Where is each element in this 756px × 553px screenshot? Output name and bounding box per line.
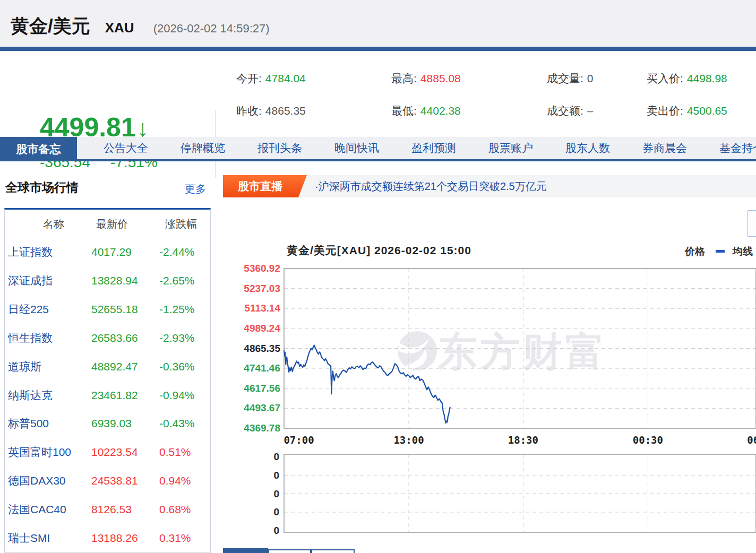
quote-field-value: 4498.98 <box>687 72 727 84</box>
nav-tab-1[interactable]: 股市备忘 <box>0 137 77 161</box>
market-cell: -2.93% <box>159 332 195 344</box>
sidebar-title: 全球市场行情 <box>5 179 79 196</box>
market-cell: 法国CAC40 <box>8 503 66 516</box>
volume-axis-label: 0 <box>254 469 279 482</box>
x-axis-label: 00:30 <box>626 434 669 446</box>
market-row[interactable]: 标普5006939.03-0.43% <box>5 417 210 431</box>
svg-text:东方财富: 东方财富 <box>437 330 608 374</box>
page: 黄金/美元 XAU (2026-02-02 14:59:27) 4499.81↓… <box>0 0 756 553</box>
chart-period-tab[interactable] <box>311 549 355 553</box>
market-row[interactable]: 深证成指13828.94-2.65% <box>5 274 210 288</box>
market-cell: 0.31% <box>159 532 191 545</box>
quote-field-value: 4885.08 <box>420 72 461 84</box>
market-cell: 深证成指 <box>8 274 53 287</box>
market-cell: 恒生指数 <box>8 332 53 344</box>
nav-tab-10[interactable]: 基金持仓 <box>716 137 756 159</box>
nav-tab-3[interactable]: 停牌概览 <box>177 137 228 159</box>
quote-field-value: 4500.65 <box>687 105 727 117</box>
quote-field-value: 4865.35 <box>265 105 306 117</box>
sidebar-more-link[interactable]: 更多 <box>185 182 206 196</box>
watermark: 东方财富 <box>398 330 608 374</box>
quote-field: 今开:4784.04 <box>236 71 306 86</box>
market-cell: 24538.81 <box>91 474 138 487</box>
side-widget-button[interactable] <box>747 210 756 237</box>
market-cell: 13188.26 <box>91 532 138 545</box>
market-cell: 瑞士SMI <box>8 532 50 545</box>
header-divider-bar <box>0 47 756 51</box>
volume-axis-label: 0 <box>254 451 279 463</box>
quote-timestamp: (2026-02-02 14:59:27) <box>153 22 270 36</box>
market-row[interactable]: 瑞士SMI13188.260.31% <box>5 532 210 546</box>
quote-field: 最低:4402.38 <box>391 103 461 118</box>
y-axis-label: 4865.35 <box>227 342 280 356</box>
quote-field-label: 今开: <box>236 72 262 84</box>
x-axis-label: 13:00 <box>388 434 430 446</box>
market-row[interactable]: 英国富时10010223.540.51% <box>5 446 210 460</box>
news-ticker[interactable]: ·沪深两市成交额连续第21个交易日突破2.5万亿元 <box>315 175 547 197</box>
market-row[interactable]: 法国CAC408126.530.68% <box>5 503 210 517</box>
market-cell: 26583.66 <box>91 332 138 344</box>
quote-field: 成交额:– <box>547 103 594 118</box>
chart-period-tab-active[interactable] <box>223 548 268 553</box>
market-cell: 8126.53 <box>91 503 132 516</box>
market-cell: -1.25% <box>159 303 195 316</box>
y-axis-label: 4741.46 <box>227 361 280 375</box>
nav-tab-6[interactable]: 盈利预测 <box>408 137 459 159</box>
market-cell: 德国DAX30 <box>8 474 66 487</box>
y-axis-label: 4617.56 <box>227 382 280 395</box>
volume-axis-label: 0 <box>254 488 279 500</box>
quote-section: 4499.81↓ -365.54-7.51% 今开:4784.04昨收:4865… <box>0 51 756 137</box>
x-axis-label: 18:30 <box>502 434 544 446</box>
y-axis-label: 4989.24 <box>227 322 280 335</box>
chart-period-tab[interactable] <box>268 549 311 553</box>
quote-field: 最高:4885.08 <box>391 71 461 86</box>
legend-price-dash-icon <box>716 250 725 253</box>
market-row[interactable]: 道琼斯48892.47-0.36% <box>5 360 210 374</box>
market-row[interactable]: 日经22552655.18-1.25% <box>5 303 210 317</box>
volume-axis-label: 0 <box>254 524 279 537</box>
quote-field-label: 成交量: <box>547 72 583 84</box>
market-row[interactable]: 恒生指数26583.66-2.93% <box>5 332 210 345</box>
nav-tab-4[interactable]: 报刊头条 <box>254 137 305 159</box>
market-cell: 英国富时100 <box>8 446 71 459</box>
nav-tab-9[interactable]: 券商晨会 <box>639 137 690 159</box>
nav-tab-5[interactable]: 晚间快讯 <box>331 137 382 159</box>
market-cell: 48892.47 <box>91 360 138 373</box>
nav-tab-7[interactable]: 股票账户 <box>485 137 536 159</box>
market-cell: 10223.54 <box>91 446 138 459</box>
global-markets-table: 名称最新价涨跌幅上证指数4017.29-2.44%深证成指13828.94-2.… <box>4 208 211 553</box>
market-cell: 0.51% <box>159 446 191 459</box>
market-cell: 0.68% <box>159 503 191 516</box>
quote-field: 卖出价:4500.65 <box>647 103 727 118</box>
market-cell: 6939.03 <box>91 417 132 430</box>
table-column-header: 涨跌幅 <box>160 217 202 231</box>
instrument-symbol: XAU <box>105 20 134 36</box>
market-cell: 23461.82 <box>91 389 138 402</box>
quote-field-value: 4402.38 <box>420 105 461 117</box>
market-row[interactable]: 上证指数4017.29-2.44% <box>5 246 210 260</box>
legend-ma-label: 均线 <box>733 245 753 258</box>
market-cell: -0.94% <box>159 389 195 402</box>
market-row[interactable]: 德国DAX3024538.810.94% <box>5 474 210 488</box>
y-axis-label: 5360.92 <box>227 262 280 275</box>
y-axis-label: 4369.78 <box>227 421 280 435</box>
quote-field-label: 昨收: <box>236 105 262 117</box>
market-row[interactable]: 纳斯达克23461.82-0.94% <box>5 389 210 403</box>
nav-tab-2[interactable]: 公告大全 <box>100 137 151 159</box>
market-cell: -0.36% <box>159 360 195 373</box>
live-banner-label[interactable]: 股市直播 <box>223 175 307 197</box>
nav-tab-8[interactable]: 股东人数 <box>562 137 613 159</box>
legend-price-label: 价格 <box>685 245 705 258</box>
market-cell: 13828.94 <box>91 274 138 287</box>
market-cell: 标普500 <box>8 417 49 430</box>
quote-field-label: 最高: <box>391 72 417 84</box>
instrument-title: 黄金/美元 <box>11 14 90 39</box>
quote-field-value: 0 <box>587 72 594 84</box>
nav-tab-underline <box>0 159 756 161</box>
table-column-header: 最新价 <box>91 217 133 231</box>
market-cell: 道琼斯 <box>8 360 41 373</box>
x-axis-label: 06:30 <box>741 434 756 446</box>
table-column-header: 名称 <box>32 217 75 231</box>
y-axis-label: 4493.67 <box>227 401 280 415</box>
market-cell: -2.44% <box>159 246 195 258</box>
